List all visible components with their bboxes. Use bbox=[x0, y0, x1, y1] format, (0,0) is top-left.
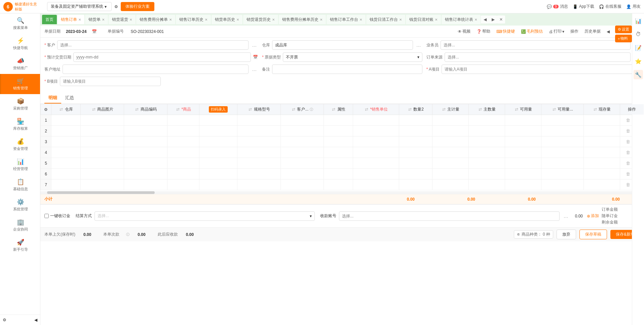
sidebar-item-quick-nav[interactable]: ⚡ 快捷导航 bbox=[0, 34, 40, 54]
row-qty2[interactable] bbox=[399, 147, 432, 158]
delivery-input[interactable] bbox=[73, 52, 251, 62]
tab-cash-reconcile[interactable]: 钱货日清对账 ✕ bbox=[406, 15, 441, 24]
row-product-image[interactable] bbox=[81, 136, 124, 147]
row-unit[interactable] bbox=[353, 179, 399, 190]
col-drag-main-unit[interactable]: ⇄ bbox=[442, 107, 446, 112]
sidebar-item-enterprise[interactable]: 🏢 企业协同 bbox=[0, 215, 40, 235]
customer-dots[interactable]: … bbox=[251, 42, 258, 48]
salesman-input[interactable] bbox=[441, 40, 631, 50]
payment-method-select[interactable]: 选择... ▾ bbox=[94, 211, 315, 221]
row-main-qty[interactable] bbox=[469, 115, 505, 126]
tab-close-sales-order-history[interactable]: ✕ bbox=[205, 18, 207, 22]
row-customer-code[interactable] bbox=[281, 158, 324, 169]
row-stock[interactable] bbox=[583, 126, 620, 136]
row-product-code[interactable] bbox=[124, 147, 167, 158]
row-attribute[interactable] bbox=[324, 158, 353, 169]
sidebar-item-guide[interactable]: 🚀 新手引导 bbox=[0, 235, 40, 255]
print-btn[interactable]: 🖨 打印 ▾ bbox=[547, 28, 566, 35]
col-drag-main-qty[interactable]: ⇄ bbox=[479, 107, 482, 112]
shortcuts-btn[interactable]: ⌨ 快捷键 bbox=[494, 28, 517, 35]
row-delete-icon[interactable]: 🗑 bbox=[625, 128, 631, 134]
row-main-qty[interactable] bbox=[469, 169, 505, 179]
settings-table-icon[interactable]: ⚙ bbox=[44, 107, 48, 112]
row-warehouse[interactable] bbox=[51, 158, 81, 169]
gear-settings-icon[interactable]: ⚙ bbox=[114, 4, 118, 9]
col-drag-available[interactable]: ⇄ bbox=[515, 107, 518, 112]
row-product[interactable] bbox=[167, 115, 199, 126]
row-customer-code[interactable] bbox=[281, 169, 324, 179]
message-button[interactable]: 💬 9 消息 bbox=[547, 4, 568, 9]
tab-close-cash-daily[interactable]: ✕ bbox=[399, 18, 402, 22]
customer-input[interactable] bbox=[57, 40, 249, 50]
sidebar-item-sales[interactable]: 🛒 销售管理 bbox=[0, 74, 40, 94]
order-source-input[interactable] bbox=[445, 52, 631, 62]
one-click-input[interactable] bbox=[44, 214, 49, 218]
col-drag-product[interactable]: ⇄ bbox=[176, 107, 180, 112]
row-attribute[interactable] bbox=[324, 147, 353, 158]
row-product[interactable] bbox=[167, 158, 199, 169]
tab-close-sales-fee[interactable]: ✕ bbox=[169, 18, 172, 22]
tab-summary[interactable]: 汇总 bbox=[61, 93, 78, 104]
right-panel-tool-icon[interactable]: 🔧 bbox=[634, 70, 643, 79]
col-drag-available2[interactable]: ⇄ bbox=[553, 107, 556, 112]
view-btn[interactable]: 👁 视频 bbox=[456, 28, 472, 35]
row-unit[interactable] bbox=[353, 136, 399, 147]
row-attribute[interactable] bbox=[324, 126, 353, 136]
discard-button[interactable]: 放弃 bbox=[557, 230, 576, 239]
row-main-unit[interactable] bbox=[432, 147, 468, 158]
calendar-icon[interactable]: 📅 bbox=[92, 29, 97, 34]
tab-close-sales-return-history[interactable]: ✕ bbox=[236, 18, 239, 22]
col-drag-unit[interactable]: ⇄ bbox=[365, 107, 368, 112]
row-delete-icon[interactable]: 🗑 bbox=[625, 171, 631, 177]
tab-sales-fee[interactable]: 销售费用分摊单 ✕ bbox=[136, 15, 175, 24]
row-available2[interactable] bbox=[541, 147, 583, 158]
row-product[interactable] bbox=[167, 136, 199, 147]
right-panel-note-icon[interactable]: 📝 bbox=[634, 43, 643, 52]
row-spec[interactable] bbox=[237, 126, 281, 136]
tab-sales-return[interactable]: 销货单 ✕ bbox=[85, 15, 108, 24]
row-attribute[interactable] bbox=[324, 169, 353, 179]
tab-close-sales-workbench[interactable]: ✕ bbox=[359, 18, 362, 22]
settings-bottom-icon[interactable]: ⚙ bbox=[3, 318, 6, 322]
row-product-code[interactable] bbox=[124, 179, 167, 190]
row-product-code[interactable] bbox=[124, 126, 167, 136]
invoice-select[interactable]: 不开票 ▾ bbox=[283, 52, 422, 62]
one-click-checkbox[interactable]: 一键收订金 bbox=[44, 213, 70, 219]
row-available2[interactable] bbox=[541, 115, 583, 126]
row-main-qty[interactable] bbox=[469, 147, 505, 158]
row-spec[interactable] bbox=[237, 158, 281, 169]
row-product-image[interactable] bbox=[81, 126, 124, 136]
th-settings[interactable]: ⚙ bbox=[41, 104, 51, 115]
add-payment-btn[interactable]: ⊕ 添加 bbox=[587, 213, 599, 219]
scan-button[interactable]: 扫码录入 bbox=[209, 106, 228, 113]
row-product[interactable] bbox=[167, 179, 199, 190]
row-scan[interactable] bbox=[199, 179, 237, 190]
row-spec[interactable] bbox=[237, 169, 281, 179]
col-drag-attribute[interactable]: ⇄ bbox=[332, 107, 335, 112]
right-panel-chart-icon[interactable]: 📊 bbox=[634, 16, 643, 26]
row-available[interactable] bbox=[505, 179, 541, 190]
tab-close-cash-reconcile[interactable]: ✕ bbox=[435, 18, 438, 22]
row-product-code[interactable] bbox=[124, 115, 167, 126]
row-product-image[interactable] bbox=[81, 179, 124, 190]
row-available2[interactable] bbox=[541, 136, 583, 147]
collapse-icon[interactable]: ◀ bbox=[34, 318, 37, 322]
row-attribute[interactable] bbox=[324, 179, 353, 190]
warehouse-dots[interactable]: … bbox=[415, 42, 422, 48]
row-delete-icon[interactable]: 🗑 bbox=[625, 182, 631, 188]
row-product-image[interactable] bbox=[81, 115, 124, 126]
row-warehouse[interactable] bbox=[51, 126, 81, 136]
row-product[interactable] bbox=[167, 126, 199, 136]
tab-close-sales-summary[interactable]: ✕ bbox=[475, 18, 477, 22]
row-available2[interactable] bbox=[541, 169, 583, 179]
sidebar-item-purchase[interactable]: 📦 采购管理 bbox=[0, 94, 40, 114]
row-delete-icon[interactable]: 🗑 bbox=[625, 160, 631, 166]
row-qty2[interactable] bbox=[399, 158, 432, 169]
solution-button[interactable]: 体验行业方案 bbox=[121, 2, 154, 11]
user-button[interactable]: 👤 用友 bbox=[626, 4, 641, 9]
row-main-qty[interactable] bbox=[469, 126, 505, 136]
sidebar-item-operations[interactable]: 📊 经营管理 bbox=[0, 155, 40, 175]
row-unit[interactable] bbox=[353, 126, 399, 136]
row-scan[interactable] bbox=[199, 147, 237, 158]
a-project-input[interactable] bbox=[442, 65, 640, 74]
